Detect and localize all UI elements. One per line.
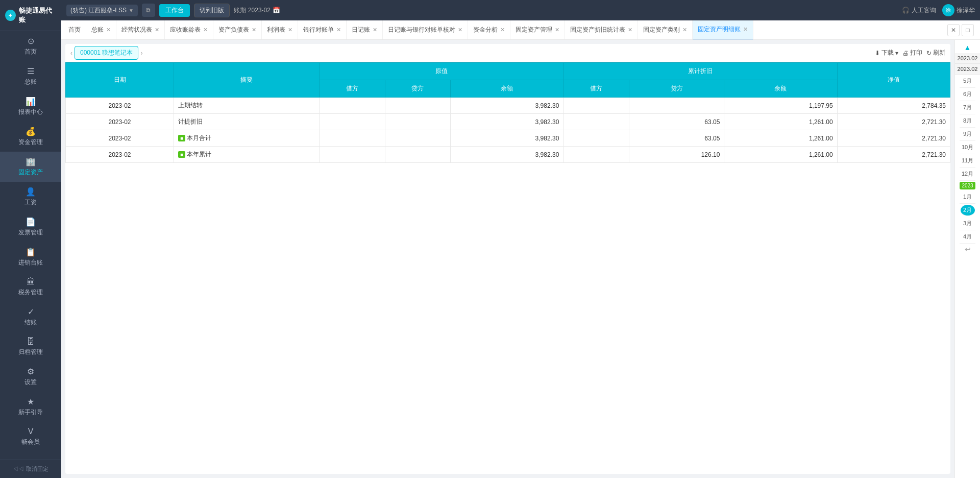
customer-service-btn[interactable]: 🎧 人工客询 (902, 6, 936, 15)
main-area: (劝告) 江西服垒-LSS ▼ ⧉ 工作台 切到旧版 账期 2023-02 📅 … (61, 0, 980, 478)
sidebar-icon-salary: 👤 (26, 187, 36, 197)
cell-acc-balance-1: 1,261.00 (724, 114, 837, 130)
download-btn[interactable]: ⬇ 下载 ▾ (875, 49, 898, 57)
period-month-9月[interactable]: 9月 (960, 128, 975, 141)
tab-home[interactable]: 首页 (63, 20, 86, 40)
cell-orig-balance-2: 3,982.30 (451, 130, 564, 147)
tab-fund_analysis[interactable]: 资金分析✕ (468, 20, 510, 40)
sidebar-item-settings[interactable]: ⚙设置 (0, 362, 61, 392)
sidebar-label-salary: 工资 (24, 198, 37, 207)
sub-nav-actions: ⬇ 下载 ▾ 🖨 打印 ↻ 刷新 (875, 49, 945, 57)
tab-close-journal_bank_check[interactable]: ✕ (458, 27, 462, 33)
table-row: 2023-02 ■本月合计 3,982.30 63.05 1,261.00 2,… (66, 130, 950, 147)
sidebar-icon-fixed_assets: 🏢 (26, 157, 36, 166)
sidebar-item-salary[interactable]: 👤工资 (0, 182, 61, 212)
old-version-button[interactable]: 切到旧版 (194, 4, 230, 17)
period-month-4月[interactable]: 4月 (960, 230, 975, 244)
tab-profit[interactable]: 利润表✕ (262, 20, 298, 40)
page-content: ‹ 000001 联想笔记本 › ⬇ 下载 ▾ 🖨 打印 (61, 40, 954, 478)
cell-net-value-2: 2,721.30 (837, 130, 950, 147)
period-scroll-up[interactable]: ▲ (955, 42, 980, 53)
sidebar-label-reports: 报表中心 (18, 108, 43, 116)
period-month-12月[interactable]: 12月 (960, 168, 975, 181)
tab-close-assets_liabilities[interactable]: ✕ (252, 27, 256, 33)
period-month-3月[interactable]: 3月 (960, 217, 975, 230)
tab-fixed_asset_deprec[interactable]: 固定资产折旧统计表✕ (565, 20, 638, 40)
tab-close-receivable[interactable]: ✕ (203, 27, 208, 33)
tab-assets_liabilities[interactable]: 资产负债表✕ (213, 20, 262, 40)
tab-close-fixed_asset_type[interactable]: ✕ (682, 27, 687, 33)
tab-close-profit[interactable]: ✕ (288, 27, 292, 33)
tab-close-fund_analysis[interactable]: ✕ (500, 27, 505, 33)
tab-close-fixed_asset_mgmt[interactable]: ✕ (555, 27, 559, 33)
sidebar-icon-invoice: 📄 (26, 217, 36, 227)
col-original-balance: 余额 (451, 80, 564, 98)
col-original-debit: 借方 (320, 80, 385, 98)
tab-close-business[interactable]: ✕ (155, 27, 159, 33)
tab-journal_bank_check[interactable]: 日记账与银行对账单核对✕ (383, 20, 468, 40)
sidebar-item-home[interactable]: ⊙首页 (0, 31, 61, 61)
cell-summary-3: ■本年累计 (174, 147, 320, 163)
print-btn[interactable]: 🖨 打印 (902, 49, 922, 57)
tab-label-fixed_asset_detail: 固定资产明细账 (698, 25, 741, 34)
period-month-11月[interactable]: 11月 (960, 154, 975, 168)
copy-button[interactable]: ⧉ (142, 4, 155, 17)
sidebar-item-invoice[interactable]: 📄发票管理 (0, 212, 61, 242)
calendar-icon[interactable]: 📅 (273, 7, 280, 14)
sidebar-item-fixed_assets[interactable]: 🏢固定资产 (0, 152, 61, 182)
tab-close-fixed_asset_deprec[interactable]: ✕ (628, 27, 632, 33)
period-year-tag[interactable]: 2023 (960, 182, 975, 189)
sidebar-item-tax[interactable]: 🏛税务管理 (0, 272, 61, 302)
tab-close-bank_statement[interactable]: ✕ (336, 27, 341, 33)
sidebar-item-ledger[interactable]: ☰总账 (0, 61, 61, 91)
workspace-button[interactable]: 工作台 (159, 4, 190, 17)
sub-nav-item-001[interactable]: 000001 联想笔记本 (75, 46, 138, 60)
tab-ledger[interactable]: 总账✕ (86, 20, 116, 40)
tab-close-ledger[interactable]: ✕ (106, 27, 111, 33)
tab-fixed_asset_mgmt[interactable]: 固定资产管理✕ (510, 20, 565, 40)
sidebar-item-settlement[interactable]: ✓结账 (0, 302, 61, 332)
sidebar-label-guide: 新手引导 (18, 408, 43, 417)
period-month-5月[interactable]: 5月 (960, 75, 975, 88)
tab-bank_statement[interactable]: 银行对账单✕ (298, 20, 347, 40)
period-month-2月[interactable]: 2月 (961, 205, 975, 216)
col-accumulated-balance: 余额 (724, 80, 837, 98)
print-label: 打印 (910, 49, 922, 57)
sidebar-item-sales_ledger[interactable]: 📋进销台账 (0, 242, 61, 272)
col-original-group: 原值 (320, 63, 564, 80)
tab-fixed_asset_type[interactable]: 固定资产类别✕ (638, 20, 693, 40)
sidebar-item-reports[interactable]: 📊报表中心 (0, 91, 61, 122)
tab-close-fixed_asset_detail[interactable]: ✕ (743, 26, 748, 33)
user-profile-btn[interactable]: 徐 徐泽华 (942, 4, 975, 16)
close-all-tabs-btn[interactable]: ✕ (947, 24, 960, 36)
period-month-10月[interactable]: 10月 (960, 141, 975, 154)
cell-orig-debit-1 (320, 114, 385, 130)
cell-orig-debit-0 (320, 98, 385, 114)
tab-receivable[interactable]: 应收账龄表✕ (165, 20, 213, 40)
period-month-1月[interactable]: 1月 (960, 190, 975, 204)
tab-fixed_asset_detail[interactable]: 固定资产明细账✕ (693, 20, 753, 40)
period-month-6月[interactable]: 6月 (960, 88, 975, 101)
sidebar-item-member[interactable]: V畅会员 (0, 422, 61, 451)
sub-nav-next[interactable]: › (140, 50, 142, 57)
tab-journal[interactable]: 日记账✕ (347, 20, 383, 40)
tab-business[interactable]: 经营状况表✕ (116, 20, 165, 40)
cell-date-0: 2023-02 (66, 98, 174, 114)
tab-close-journal[interactable]: ✕ (373, 27, 377, 33)
sidebar-icon-member: V (28, 427, 34, 436)
period-month-8月[interactable]: 8月 (960, 114, 975, 128)
sidebar-item-guide[interactable]: ★新手引导 (0, 392, 61, 422)
period-month-7月[interactable]: 7月 (960, 101, 975, 114)
maximize-btn[interactable]: □ (962, 24, 974, 36)
refresh-btn[interactable]: ↻ 刷新 (926, 49, 945, 57)
period-restore-btn[interactable]: ↩ (955, 244, 980, 255)
sidebar-item-archive[interactable]: 🗄归档管理 (0, 332, 61, 362)
download-icon: ⬇ (875, 50, 880, 57)
tab-label-fixed_asset_mgmt: 固定资产管理 (516, 26, 552, 34)
sub-nav-prev[interactable]: ‹ (70, 50, 72, 57)
sidebar-item-fund[interactable]: 💰资金管理 (0, 122, 61, 152)
sidebar-collapse-btn[interactable]: ◁◁ 取消固定 (0, 460, 61, 478)
tab-label-receivable: 应收账龄表 (170, 26, 201, 34)
tab-label-fixed_asset_type: 固定资产类别 (643, 26, 680, 34)
company-selector[interactable]: (劝告) 江西服垒-LSS ▼ (66, 5, 138, 16)
